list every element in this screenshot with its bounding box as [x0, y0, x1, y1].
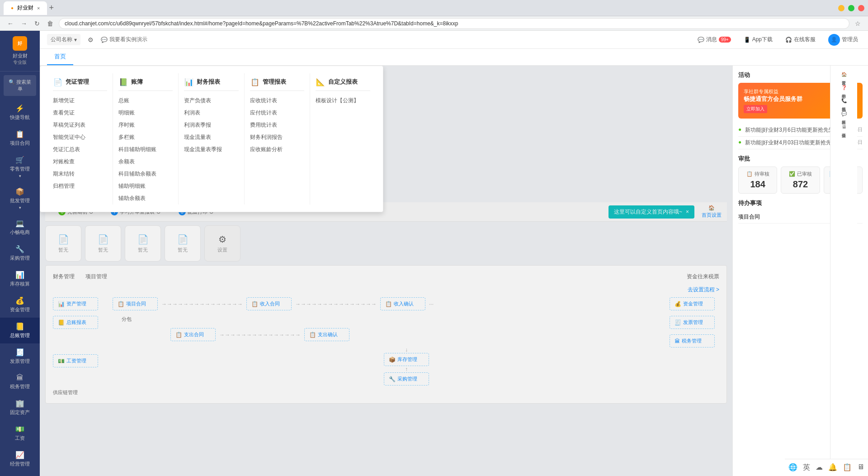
menu-item-balance[interactable]: 余额表 — [118, 156, 173, 168]
icon-cell-4[interactable]: 📄 暂无 — [165, 225, 201, 262]
footer-globe-icon[interactable]: 🌐 — [787, 461, 799, 474]
menu-item-check-voucher[interactable]: 查看凭证 — [53, 107, 107, 119]
menu-item-cashflow[interactable]: 现金流量表 — [184, 131, 238, 143]
sidebar-item-wholesale[interactable]: 📦 批发管理 ▾ — [0, 183, 40, 214]
icon-cell-3[interactable]: 📄 暂无 — [125, 225, 161, 262]
bookmark-btn[interactable]: ☆ — [853, 19, 863, 28]
browser-tab[interactable]: ● 好业财 × — [4, 1, 47, 15]
menu-item-voucher-summary[interactable]: 凭证汇总表 — [53, 143, 107, 156]
user-menu-btn[interactable]: 👤 管理员 — [826, 32, 861, 48]
menu-item-assist-balance[interactable]: 辅助余额表 — [118, 192, 173, 205]
flow-box-revenue-contract[interactable]: 📋 收入合同 — [246, 297, 292, 310]
forward-btn[interactable]: → — [19, 19, 29, 28]
sidebar-item-assets[interactable]: 🏢 固定资产 — [0, 395, 40, 420]
menu-item-detail-ledger[interactable]: 明细账 — [118, 107, 173, 119]
menu-item-payable-stats[interactable]: 应付统计表 — [250, 107, 304, 119]
sidebar-item-ecommerce[interactable]: 💻 小畅电商 — [0, 214, 40, 240]
sidebar-item-project[interactable]: 📋 项目合同 — [0, 125, 40, 151]
flow-box-salary[interactable]: 💵 工资管理 — [53, 354, 98, 367]
flow-box-invoice[interactable]: 🧾 发票管理 — [670, 316, 715, 329]
customize-banner[interactable]: 这里可以自定义首页内容哦~ × — [609, 205, 694, 219]
refresh-btn[interactable]: ↻ — [33, 19, 42, 28]
join-btn[interactable]: 立即加入 — [744, 105, 767, 113]
footer-clipboard-icon[interactable]: 📋 — [841, 461, 854, 474]
flow-box-expense-confirm[interactable]: 📋 支出确认 — [304, 328, 349, 341]
flow-box-tax[interactable]: 🏛 税务管理 — [670, 334, 715, 347]
footer-cloud-icon[interactable]: ☁ — [814, 461, 825, 474]
tab-close-btn[interactable]: × — [37, 5, 40, 11]
sidebar-item-marketing[interactable]: 📣 小畅销售 — [0, 472, 40, 476]
menu-item-account-check[interactable]: 对账检查 — [53, 156, 107, 168]
delete-btn[interactable]: 🗑 — [45, 19, 55, 28]
menu-item-draft-voucher[interactable]: 草稿凭证列表 — [53, 119, 107, 131]
menu-item-new-voucher[interactable]: 新增凭证 — [53, 95, 107, 107]
menu-item-period-close[interactable]: 期末结转 — [53, 168, 107, 180]
menu-item-general-ledger[interactable]: 总账 — [118, 95, 173, 107]
sidebar-item-operations[interactable]: 📈 经营管理 — [0, 446, 40, 472]
demo-link[interactable]: 💬 我要看实例演示 — [101, 36, 147, 43]
maximize-btn[interactable] — [848, 5, 854, 11]
menu-item-receivable-stats[interactable]: 应收统计表 — [250, 95, 304, 107]
menu-item-assist-detail[interactable]: 辅助明细账 — [118, 180, 173, 192]
customize-close-icon[interactable]: × — [686, 209, 689, 215]
icon-cell-settings[interactable]: ⚙ 设置 — [204, 225, 241, 262]
close-btn[interactable] — [858, 5, 864, 11]
approval-card-pending[interactable]: 📋 待审核 184 — [738, 167, 777, 194]
menu-item-multi-column[interactable]: 多栏账 — [118, 131, 173, 143]
flow-box-inventory[interactable]: 📦 库存管理 — [384, 353, 429, 366]
help-item-hotline[interactable]: 📞 客服热线 — [832, 95, 855, 107]
menu-item-archive[interactable]: 归档管理 — [53, 180, 107, 192]
flow-box-project-contract[interactable]: 📋 项目合同 — [113, 297, 158, 310]
menu-item-sequential[interactable]: 序时账 — [118, 119, 173, 131]
icon-cell-1[interactable]: 📄 暂无 — [45, 225, 81, 262]
menu-item-income-quarterly[interactable]: 利润表季报 — [184, 119, 238, 131]
footer-lang-icon[interactable]: 英 — [801, 461, 812, 474]
menu-item-template-design[interactable]: 模板设计【公测】 — [316, 95, 370, 107]
sidebar-item-salary[interactable]: 💵 工资 — [0, 420, 40, 446]
app-download-btn[interactable]: 📱 App下载 — [741, 34, 775, 45]
sidebar-search[interactable]: 🔍 搜索菜单 — [4, 75, 36, 96]
footer-desktop-icon[interactable]: 🖥 — [855, 461, 866, 474]
flow-box-ledger[interactable]: 📒 总账报表 — [53, 316, 98, 329]
help-item-community[interactable]: 💬 服务社区 — [832, 109, 855, 120]
tab-home[interactable]: 首页 — [47, 49, 73, 65]
icon-cell-2[interactable]: 📄 暂无 — [85, 225, 121, 262]
menu-item-subject-assist-balance[interactable]: 科目辅助余额表 — [118, 168, 173, 180]
menu-item-balance-sheet[interactable]: 资产负债表 — [184, 95, 238, 107]
home-settings-quick[interactable]: 🏠 首页设置 — [702, 205, 722, 219]
sidebar-item-inventory[interactable]: 📊 库存核算 — [0, 266, 40, 292]
menu-item-receivable-aging[interactable]: 应收账龄分析 — [250, 143, 304, 156]
menu-item-subject-assist-detail[interactable]: 科目辅助明细账 — [118, 143, 173, 156]
topbar-settings-icon[interactable]: ⚙ — [88, 36, 94, 43]
menu-item-smart-voucher[interactable]: 智能凭证中心 — [53, 131, 107, 143]
flow-box-purchase[interactable]: 🔧 采购管理 — [384, 372, 429, 386]
help-item-desktop[interactable]: 🖥 桌面快捷 — [832, 122, 855, 133]
url-input[interactable] — [59, 18, 849, 29]
sidebar-item-finance[interactable]: 💰 资金管理 — [0, 292, 40, 318]
menu-item-income-statement[interactable]: 利润表 — [184, 107, 238, 119]
help-item-home-settings[interactable]: 🏠 首页设置 — [832, 69, 855, 81]
menu-item-expense-stats[interactable]: 费用统计表 — [250, 119, 304, 131]
sidebar-item-accounting[interactable]: 📒 总账管理 — [0, 318, 40, 343]
sidebar-item-shortcut[interactable]: ⚡ 快捷导航 — [0, 100, 40, 125]
approval-card-approved[interactable]: ✅ 已审核 872 — [781, 167, 820, 194]
new-tab-btn[interactable]: + — [49, 3, 54, 13]
sidebar-item-retail[interactable]: 🛒 零售管理 ▾ — [0, 151, 40, 183]
flow-box-expense-contract[interactable]: 📋 支出合同 — [170, 328, 216, 341]
back-btn[interactable]: ← — [5, 19, 15, 28]
footer-bell-icon[interactable]: 🔔 — [826, 461, 839, 474]
message-btn[interactable]: 💬 消息 99+ — [695, 34, 734, 45]
sidebar-item-tax[interactable]: 🏛 税务管理 — [0, 369, 40, 395]
sidebar-item-purchase[interactable]: 🔧 采购管理 — [0, 240, 40, 266]
menu-item-cashflow-quarterly[interactable]: 现金流量表季报 — [184, 143, 238, 156]
online-service-btn[interactable]: 🎧 在线客服 — [783, 34, 818, 45]
sidebar-item-invoice[interactable]: 🧾 发票管理 — [0, 343, 40, 369]
minimize-btn[interactable] — [838, 5, 844, 11]
company-selector[interactable]: 公司名称 ▾ — [47, 34, 80, 45]
menu-item-fin-profit-report[interactable]: 财务利润报告 — [250, 131, 304, 143]
help-item-help-center[interactable]: ❓ 帮助中心 — [832, 82, 855, 94]
flow-box-asset[interactable]: 📊 资产管理 — [53, 297, 98, 310]
flow-box-fund[interactable]: 💰 资金管理 — [670, 297, 715, 310]
go-set-flow-btn[interactable]: 去设置流程 > — [688, 286, 719, 294]
flow-box-revenue-confirm[interactable]: 📋 收入确认 — [380, 297, 425, 310]
